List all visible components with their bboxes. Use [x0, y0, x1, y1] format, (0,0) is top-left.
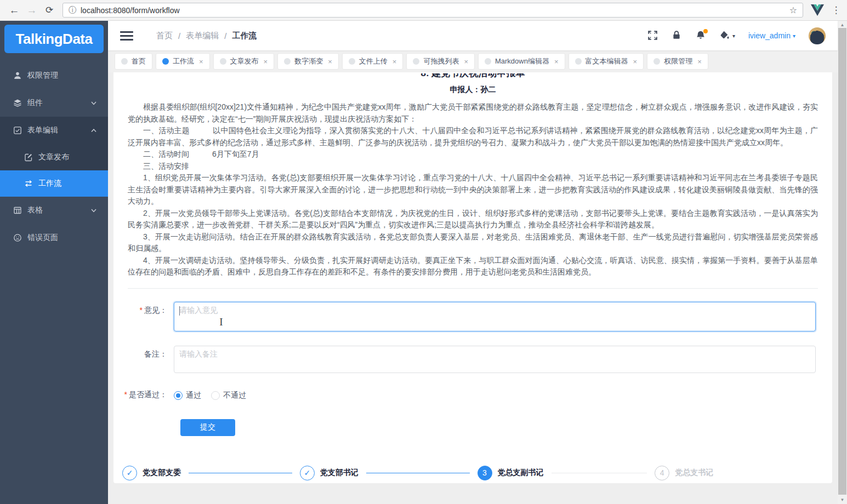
sidebar-item-form-edit[interactable]: 表单编辑 [0, 117, 108, 144]
step-connector [552, 473, 647, 473]
sidebar-item-error-pages[interactable]: 错误页面 [0, 224, 108, 251]
chevron-down-icon [90, 207, 97, 214]
step-general-secretary: 4 党总支书记 赵六审核并通过 [655, 466, 832, 484]
breadcrumb-separator: / [224, 31, 226, 41]
tab-label: 文件上传 [359, 56, 388, 66]
tab-close-icon[interactable]: × [199, 58, 203, 66]
breadcrumb-form-edit[interactable]: 表单编辑 [186, 31, 219, 41]
tab-close-icon[interactable]: × [264, 58, 268, 66]
tab-close-icon[interactable]: × [697, 58, 702, 66]
chevron-down-icon: ▾ [732, 33, 735, 39]
tab-dot-icon [575, 58, 582, 65]
tab-file-upload[interactable]: 文件上传 × [342, 53, 403, 70]
fullscreen-icon[interactable] [647, 30, 658, 41]
browser-menu-icon[interactable]: ⋮ [831, 4, 842, 16]
sidebar-item-components[interactable]: 组件 [0, 89, 108, 117]
radio-fail[interactable]: 不通过 [211, 391, 246, 400]
tab-markdown-editor[interactable]: Markdown编辑器 × [478, 53, 565, 70]
sidebar-item-tables[interactable]: 表格 [0, 197, 108, 224]
article-icon [24, 153, 33, 162]
notification-badge [703, 29, 708, 33]
tab-article-publish[interactable]: 文章发布 × [213, 53, 275, 70]
tab-count-to[interactable]: 数字渐变 × [277, 53, 339, 70]
browser-back-icon[interactable]: ← [5, 4, 23, 16]
open-tabs-bar: 首页 工作流 × 文章发布 × 数字渐变 × 文件上传 × [108, 50, 838, 72]
submit-button[interactable]: 提交 [180, 419, 235, 436]
remark-textarea[interactable] [174, 346, 816, 373]
breadcrumb-separator: / [178, 31, 180, 41]
required-mark: * [140, 306, 143, 314]
hamburger-menu-icon[interactable] [120, 29, 133, 43]
scroll-up-icon[interactable]: ▲ [838, 22, 847, 27]
tab-close-icon[interactable]: × [393, 58, 397, 66]
radio-selected-icon [174, 391, 183, 400]
theme-bucket-icon [720, 30, 731, 41]
sidebar-item-label: 文章发布 [38, 152, 69, 162]
workflow-card: 8: 建党节庆祝活动申报单 申报人：孙二 根据县委组织部(组织[20xx]21)… [113, 72, 832, 483]
tab-permissions[interactable]: 权限管理 × [647, 53, 708, 70]
tab-dot-icon [413, 58, 419, 65]
tab-draggable-list[interactable]: 可拖拽列表 × [406, 53, 475, 70]
browser-forward-icon[interactable]: → [23, 4, 41, 16]
lock-icon[interactable] [672, 30, 683, 41]
sidebar-item-permissions[interactable]: 权限管理 [0, 62, 108, 89]
breadcrumb-home[interactable]: 首页 [156, 31, 173, 41]
section-divider [128, 288, 818, 289]
user-menu[interactable]: iview_admin ▾ [748, 31, 795, 40]
step-deputy-secretary: 3 党总支副书记 王五审核并通过 [477, 466, 655, 484]
document-paragraph: 二、活动时间 6月下旬至7月 [128, 148, 818, 161]
app-logo[interactable]: TalkingData [4, 25, 104, 53]
required-mark: * [124, 390, 127, 399]
tab-label: Markdown编辑器 [495, 56, 549, 66]
chevron-down-icon [90, 100, 97, 106]
sidebar-item-label: 组件 [27, 98, 43, 108]
page-content: 8: 建党节庆祝活动申报单 申报人：孙二 根据县委组织部(组织[20xx]21)… [108, 72, 838, 504]
tab-dot-icon [485, 58, 491, 65]
bell-icon[interactable] [696, 30, 707, 41]
tab-close-icon[interactable]: × [554, 58, 559, 66]
breadcrumb: 首页 / 表单编辑 / 工作流 [156, 31, 257, 41]
vue-devtools-icon[interactable] [811, 4, 824, 16]
workflow-icon [24, 179, 33, 188]
document-paragraph: 根据县委组织部(组织[20xx]21)文件通知精神，为纪念中国共产党建党xx周年… [128, 101, 818, 125]
page-scrollbar[interactable]: ▲ ▼ [838, 21, 847, 504]
radio-pass[interactable]: 通过 [174, 391, 201, 400]
tab-dot-icon [220, 58, 226, 65]
step-check-icon: ✓ [300, 466, 315, 480]
tab-dot-icon [121, 58, 128, 65]
tab-close-icon[interactable]: × [464, 58, 468, 66]
step-connector [189, 473, 292, 473]
theme-switcher[interactable]: ▾ [720, 30, 735, 41]
tab-close-icon[interactable]: × [328, 58, 332, 66]
table-icon [13, 206, 22, 215]
bookmark-star-icon[interactable]: ☆ [789, 5, 797, 15]
opinion-textarea[interactable] [174, 302, 816, 331]
browser-refresh-icon[interactable]: ⟳ [41, 4, 58, 16]
url-text[interactable]: localhost:8080/form/workflow [81, 6, 789, 15]
step-title: 党支部书记 [320, 468, 359, 478]
scrollbar-thumb[interactable] [838, 28, 846, 495]
page-info-icon[interactable]: ⓘ [69, 5, 76, 15]
tab-label: 工作流 [173, 56, 194, 66]
tab-dot-icon [162, 58, 169, 65]
step-title: 党支部支委 [143, 468, 181, 478]
opinion-label: *意见： [113, 302, 174, 331]
step-title: 党总支书记 [675, 468, 713, 478]
tab-label: 数字渐变 [294, 56, 323, 66]
remark-label: 备注： [113, 346, 174, 373]
tab-home[interactable]: 首页 [115, 53, 152, 70]
tab-close-icon[interactable]: × [633, 58, 638, 66]
address-bar[interactable]: ⓘ localhost:8080/form/workflow ☆ [62, 3, 803, 18]
sidebar-item-workflow[interactable]: 工作流 [0, 170, 108, 197]
tab-rich-text-editor[interactable]: 富文本编辑器 × [569, 53, 644, 70]
sidebar-item-label: 工作流 [38, 179, 61, 188]
document-paragraph: 一、活动主题 以中国特色社会主义理论为指导，深入贯彻落实党的十八大、十八届四中全… [128, 125, 818, 148]
tab-workflow[interactable]: 工作流 × [156, 53, 210, 70]
tab-dot-icon [349, 58, 355, 65]
sidebar-group-form-edit: 表单编辑 文章发布 工作流 [0, 117, 108, 197]
sidebar-item-article-publish[interactable]: 文章发布 [0, 144, 108, 170]
document-paragraph: 1、组织党员开展一次集体学习活动。各党(总)支部要组织开展一次集体学习讨论，重点… [128, 172, 818, 208]
scroll-down-icon[interactable]: ▼ [838, 497, 847, 502]
document-paragraph: 3、开展一次走访慰问活动。结合正在开展的群众路线教育实践活动，各党总支部负责人要… [128, 231, 818, 255]
avatar[interactable] [809, 27, 826, 44]
